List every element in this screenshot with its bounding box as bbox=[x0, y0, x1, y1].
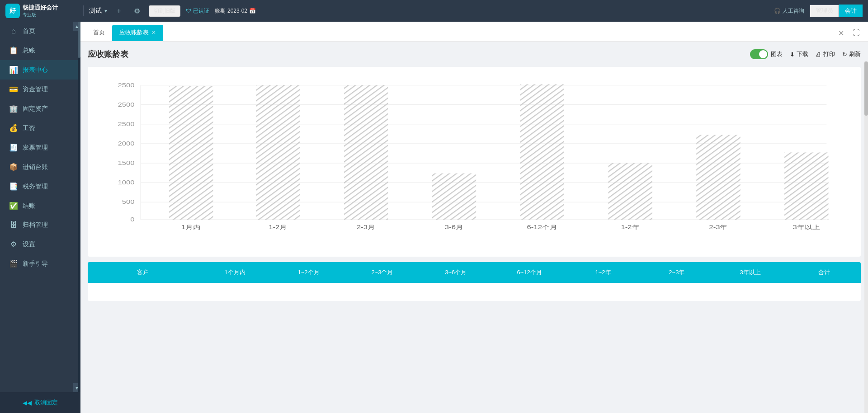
sidebar-item-label-funds: 资金管理 bbox=[23, 85, 48, 94]
svg-text:0: 0 bbox=[130, 217, 134, 223]
salary-icon: 💰 bbox=[9, 124, 18, 132]
page-content: 应收账龄表 图表 ⬇ 下载 🖨 bbox=[80, 42, 868, 413]
certified-badge: 🛡 已认证 bbox=[186, 7, 209, 15]
sidebar-item-guide[interactable]: 🎬 新手引导 bbox=[0, 254, 80, 273]
tax-icon: 📑 bbox=[9, 182, 18, 191]
x-label-3年以上: 3年以上 bbox=[793, 224, 820, 230]
bar-2-3月 bbox=[344, 85, 388, 220]
sidebar-item-invoice[interactable]: 🧾 发票管理 bbox=[0, 138, 80, 157]
chart-toggle[interactable] bbox=[750, 49, 768, 59]
table-header-cell: 2~3个月 bbox=[345, 262, 419, 283]
guide-icon: 🎬 bbox=[9, 259, 18, 268]
tab-aging[interactable]: 应收账龄表✕ bbox=[112, 25, 163, 41]
svg-text:2500: 2500 bbox=[118, 82, 134, 88]
chart-container: 2500 2500 2500 2000 1500 1000 500 0 bbox=[88, 67, 861, 257]
scrollable-content: 应收账龄表 图表 ⬇ 下载 🖨 bbox=[80, 42, 868, 413]
table-header-cell: 客户 bbox=[88, 262, 198, 283]
x-label-6-12月: 6-12个月 bbox=[527, 224, 558, 230]
manager-button[interactable]: 管理员 bbox=[810, 5, 839, 17]
sidebar-item-label-inventory: 进销台账 bbox=[23, 163, 48, 171]
print-label: 打印 bbox=[823, 50, 835, 58]
expand-button[interactable]: ⛶ bbox=[850, 27, 863, 39]
tab-bar: 首页应收账龄表✕ ✕ ⛶ bbox=[80, 22, 868, 42]
sidebar-item-funds[interactable]: 💳 资金管理 bbox=[0, 80, 80, 99]
sidebar-item-label-salary: 工资 bbox=[23, 124, 35, 132]
ledger-icon: 📋 bbox=[9, 46, 18, 55]
table-body bbox=[88, 283, 861, 301]
consult-label: 人工咨询 bbox=[783, 7, 804, 15]
sidebar: ▲ ⌂ 首页 📋 总账 📊 报表中心 💳 资金管理 🏢 固定资产 💰 工资 🧾 … bbox=[0, 22, 80, 413]
sidebar-item-label-ledger: 总账 bbox=[23, 47, 35, 55]
table-container: 客户1个月内1~2个月2~3个月3~6个月6~12个月1~2年2~3年3年以上合… bbox=[88, 262, 861, 301]
settings-icon: ⚙ bbox=[9, 240, 18, 249]
table-header-cell: 1~2年 bbox=[566, 262, 640, 283]
pin-icon: ◀◀ bbox=[23, 399, 32, 406]
sidebar-item-label-guide: 新手引导 bbox=[23, 260, 48, 268]
sidebar-item-settings[interactable]: ⚙ 设置 bbox=[0, 235, 80, 254]
settings-icon[interactable]: ⚙ bbox=[131, 5, 143, 17]
bar-1-2年 bbox=[608, 163, 652, 220]
workspace-name: 测试 bbox=[89, 7, 102, 15]
print-button[interactable]: 🖨 打印 bbox=[816, 50, 835, 58]
pin-label: 取消固定 bbox=[34, 399, 58, 407]
svg-text:1000: 1000 bbox=[118, 179, 134, 185]
workspace-selector[interactable]: 测试 ▾ bbox=[89, 7, 107, 15]
table-header-cell: 3年以上 bbox=[713, 262, 787, 283]
tab-close-aging[interactable]: ✕ bbox=[151, 29, 156, 36]
archive-icon: 🗄 bbox=[9, 221, 18, 229]
bar-6-12月 bbox=[520, 84, 564, 220]
sidebar-item-label-home: 首页 bbox=[23, 27, 35, 35]
user-role-buttons: 管理员 会计 bbox=[810, 5, 863, 17]
tab-home[interactable]: 首页 bbox=[86, 25, 112, 41]
sidebar-item-label-closing: 结账 bbox=[23, 202, 35, 210]
sidebar-item-inventory[interactable]: 📦 进销台账 bbox=[0, 157, 80, 177]
logo-app-name: 畅捷通好会计 bbox=[23, 4, 58, 12]
sidebar-pin-button[interactable]: ◀◀ 取消固定 bbox=[0, 392, 80, 413]
table-header-cell: 1个月内 bbox=[198, 262, 272, 283]
x-label-1月内: 1月内 bbox=[181, 224, 201, 230]
bar-3年以上 bbox=[784, 152, 828, 220]
headset-icon: 🎧 bbox=[774, 8, 781, 14]
download-button[interactable]: ⬇ 下载 bbox=[790, 50, 808, 58]
x-label-2-3年: 2-3年 bbox=[709, 224, 727, 230]
bar-1月内 bbox=[169, 86, 213, 220]
svg-text:1500: 1500 bbox=[118, 160, 134, 166]
reports-icon: 📊 bbox=[9, 66, 18, 74]
topbar-right: 🎧 人工咨询 管理员 会计 bbox=[774, 5, 863, 17]
refresh-button[interactable]: ↻ 刷新 bbox=[842, 50, 861, 58]
sidebar-item-tax[interactable]: 📑 税务管理 bbox=[0, 177, 80, 196]
sidebar-item-label-invoice: 发票管理 bbox=[23, 144, 48, 152]
close-tab-button[interactable]: ✕ bbox=[835, 27, 847, 39]
logo: 好 畅捷通好会计 专业版 bbox=[5, 4, 78, 18]
chart-toggle-label: 图表 bbox=[771, 50, 783, 58]
sidebar-item-reports[interactable]: 📊 报表中心 bbox=[0, 60, 80, 80]
chart-toggle-wrapper: 图表 bbox=[750, 49, 783, 59]
svg-text:2000: 2000 bbox=[118, 141, 134, 146]
sidebar-item-home[interactable]: ⌂ 首页 bbox=[0, 22, 80, 41]
calendar-icon[interactable]: 📅 bbox=[249, 8, 256, 14]
main-scrollbar-thumb[interactable] bbox=[864, 61, 868, 116]
sidebar-item-label-settings: 设置 bbox=[23, 240, 35, 249]
funds-icon: 💳 bbox=[9, 85, 18, 94]
sidebar-item-assets[interactable]: 🏢 固定资产 bbox=[0, 99, 80, 118]
add-button[interactable]: ＋ bbox=[113, 5, 125, 17]
invoice-icon: 🧾 bbox=[9, 143, 18, 152]
print-icon: 🖨 bbox=[816, 51, 821, 58]
sidebar-item-ledger[interactable]: 📋 总账 bbox=[0, 41, 80, 60]
refresh-icon: ↻ bbox=[842, 51, 847, 58]
accountant-button[interactable]: 会计 bbox=[839, 5, 863, 17]
bar-3-6月 bbox=[432, 174, 476, 220]
sidebar-item-closing[interactable]: ✅ 结账 bbox=[0, 196, 80, 216]
table-header-cell: 2~3年 bbox=[640, 262, 713, 283]
topbar: 好 畅捷通好会计 专业版 测试 ▾ ＋ ⚙ 切到旧版 🛡 已认证 账期 2023… bbox=[0, 0, 868, 22]
tab-actions: ✕ ⛶ bbox=[835, 27, 863, 41]
switch-version-button[interactable]: 切到旧版 bbox=[149, 5, 180, 17]
consult-button[interactable]: 🎧 人工咨询 bbox=[774, 7, 804, 15]
table-header-cell: 合计 bbox=[787, 262, 861, 283]
sidebar-item-archive[interactable]: 🗄 归档管理 bbox=[0, 216, 80, 235]
topbar-divider bbox=[83, 5, 84, 16]
table-header-cell: 6~12个月 bbox=[493, 262, 566, 283]
logo-edition: 专业版 bbox=[23, 12, 58, 18]
sidebar-item-salary[interactable]: 💰 工资 bbox=[0, 118, 80, 138]
logo-icon: 好 bbox=[5, 4, 20, 18]
